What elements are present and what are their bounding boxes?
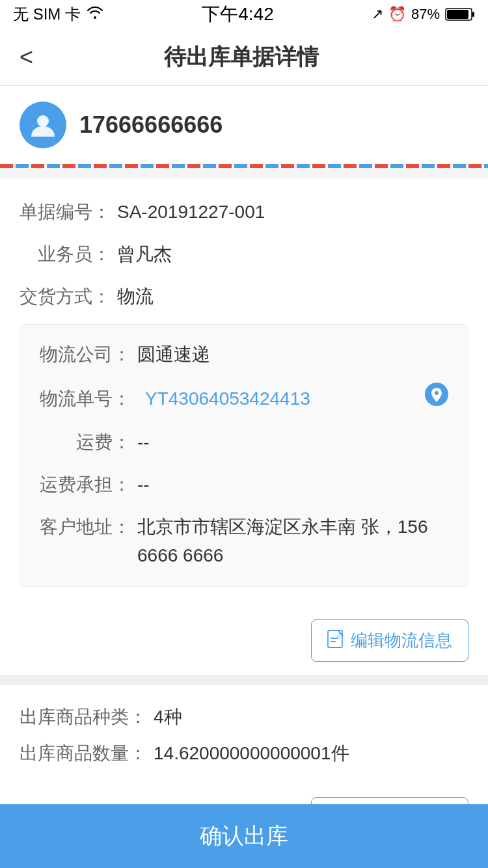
salesman-row: 业务员： 曾凡杰 — [20, 240, 468, 269]
order-no-row: 单据编号： SA-20191227-001 — [20, 198, 468, 227]
confirm-bar[interactable]: 确认出库 — [0, 804, 488, 868]
goods-type-row: 出库商品种类： 4种 — [20, 705, 468, 729]
address-label: 客户地址： — [40, 513, 131, 542]
alarm-icon: ⏰ — [388, 6, 406, 23]
freight-row: 运费： -- — [40, 428, 448, 457]
freight-bear-label: 运费承担： — [40, 470, 131, 500]
svg-rect-7 — [331, 641, 336, 642]
delivery-row: 交货方式： 物流 — [20, 282, 468, 312]
customer-header: 17666666666 — [0, 86, 488, 164]
avatar — [20, 102, 66, 148]
status-right: ↗ ⏰ 87% — [372, 6, 475, 23]
tracking-no-row: 物流单号： YT43064053424413 — [40, 383, 448, 415]
wifi-icon — [86, 6, 104, 23]
location-pin-icon[interactable] — [425, 383, 448, 415]
address-value: 北京市市辖区海淀区永丰南 张，156 6666 6666 — [137, 513, 448, 571]
edit-logistics-label: 编辑物流信息 — [351, 629, 452, 652]
logistics-company-label: 物流公司： — [40, 340, 131, 370]
main-content: 无 SIM 卡 下午4:42 ↗ ⏰ 87% — [0, 0, 488, 868]
logistics-card: 物流公司： 圆通速递 物流单号： YT43064053424413 运费： --… — [20, 324, 468, 587]
svg-rect-1 — [447, 10, 468, 19]
battery-icon — [445, 7, 475, 21]
svg-point-4 — [425, 383, 448, 406]
dashed-divider — [0, 164, 488, 168]
freight-value: -- — [137, 428, 448, 457]
svg-rect-2 — [472, 12, 474, 17]
goods-type-label: 出库商品种类： — [20, 705, 147, 729]
status-bar: 无 SIM 卡 下午4:42 ↗ ⏰ 87% — [0, 0, 488, 29]
edit-icon — [327, 630, 346, 652]
goods-quantity-row: 出库商品数量： 14.620000000000001件 — [20, 741, 468, 766]
svg-rect-6 — [331, 638, 338, 639]
nav-bar: < 待出库单据详情 — [0, 29, 488, 86]
svg-point-3 — [37, 115, 49, 127]
logistics-company-value: 圆通速递 — [137, 340, 448, 370]
carrier-text: 无 SIM 卡 — [13, 4, 81, 25]
order-no-label: 单据编号： — [20, 198, 111, 227]
address-row: 客户地址： 北京市市辖区海淀区永丰南 张，156 6666 6666 — [40, 513, 448, 571]
delivery-value: 物流 — [117, 282, 468, 312]
order-no-value: SA-20191227-001 — [117, 198, 468, 227]
goods-quantity-value: 14.620000000000001件 — [154, 741, 349, 766]
freight-label: 运费： — [40, 428, 131, 457]
logistics-company-row: 物流公司： 圆通速递 — [40, 340, 448, 370]
back-button[interactable]: < — [20, 44, 33, 71]
battery-text: 87% — [411, 6, 440, 23]
delivery-label: 交货方式： — [20, 282, 111, 312]
location-status-icon: ↗ — [372, 6, 383, 23]
freight-bear-value: -- — [137, 470, 448, 500]
tracking-no-value: YT43064053424413 — [145, 385, 411, 414]
goods-quantity-label: 出库商品数量： — [20, 741, 147, 766]
page-title: 待出库单据详情 — [46, 42, 436, 72]
confirm-button-label: 确认出库 — [200, 821, 288, 851]
section-divider-1 — [0, 675, 488, 685]
salesman-label: 业务员： — [20, 240, 111, 269]
customer-phone: 17666666666 — [79, 111, 223, 139]
tracking-no-label: 物流单号： — [40, 385, 131, 414]
status-time: 下午4:42 — [202, 2, 274, 27]
status-left: 无 SIM 卡 — [13, 4, 104, 25]
salesman-value: 曾凡杰 — [117, 240, 468, 269]
goods-type-value: 4种 — [154, 705, 182, 729]
edit-btn-row: 编辑物流信息 — [0, 606, 488, 675]
edit-logistics-button[interactable]: 编辑物流信息 — [311, 619, 468, 662]
freight-bear-row: 运费承担： -- — [40, 470, 448, 500]
order-info-section: 单据编号： SA-20191227-001 业务员： 曾凡杰 交货方式： 物流 … — [0, 178, 488, 606]
goods-section: 出库商品种类： 4种 出库商品数量： 14.620000000000001件 — [0, 685, 488, 791]
